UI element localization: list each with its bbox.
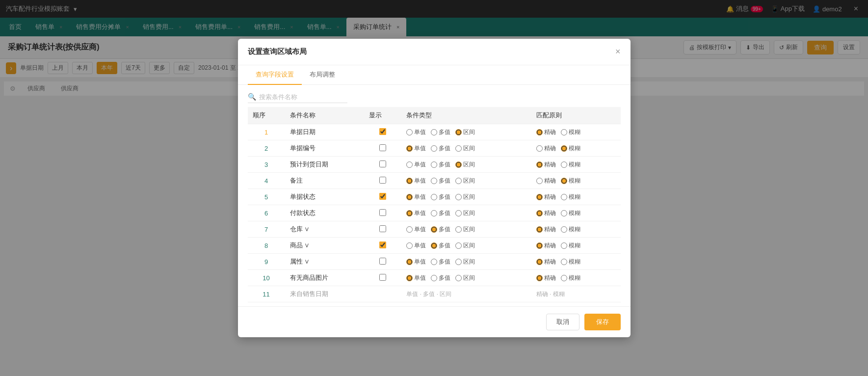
radio-match-模糊[interactable] [561, 210, 567, 216]
radio-type-多值[interactable] [431, 145, 437, 152]
row-condition-name: 有无商品图片 [285, 270, 365, 286]
radio-match-精确[interactable] [536, 259, 543, 265]
row-display-cell [364, 254, 401, 270]
row-display-checkbox[interactable] [379, 225, 386, 232]
radio-type-多值[interactable] [431, 242, 437, 249]
radio-match-模糊[interactable] [561, 178, 567, 184]
radio-type-多值[interactable] [431, 275, 437, 281]
radio-type-多值[interactable] [431, 194, 437, 200]
radio-type-多值[interactable] [431, 259, 437, 265]
modal-tab-layout[interactable]: 布局调整 [302, 65, 343, 85]
radio-match-精确[interactable] [536, 210, 543, 216]
radio-match-模糊[interactable] [561, 259, 567, 265]
row-display-checkbox[interactable] [379, 144, 386, 151]
row-condition-name: 商品 ∨ [285, 238, 365, 254]
radio-match-精确[interactable] [536, 226, 543, 233]
radio-type-单值[interactable] [406, 194, 413, 200]
row-type-cell: 单值多值区间 [401, 270, 531, 286]
radio-type-单值[interactable] [406, 210, 413, 216]
radio-match-模糊[interactable] [561, 129, 567, 135]
radio-type-区间[interactable] [455, 210, 462, 216]
radio-type-多值[interactable] [431, 226, 437, 233]
radio-match-精确[interactable] [536, 242, 543, 249]
row-condition-name: 付款状态 [285, 205, 365, 221]
radio-match-精确[interactable] [536, 161, 543, 168]
radio-type-单值[interactable] [406, 242, 413, 249]
row-type-cell: 单值多值区间 [401, 221, 531, 238]
row-type-cell: 单值多值区间 [401, 238, 531, 254]
radio-type-单值[interactable] [406, 275, 413, 281]
search-input[interactable] [259, 93, 347, 101]
radio-match-精确[interactable] [536, 129, 543, 135]
row-display-checkbox[interactable] [379, 161, 386, 167]
table-row: 2单据编号单值多值区间精确模糊 [248, 140, 621, 157]
radio-type-区间[interactable] [455, 129, 462, 135]
row-match-cell: 精确模糊 [531, 205, 621, 221]
radio-type-区间[interactable] [455, 275, 462, 281]
modal-tab-field-settings[interactable]: 查询字段设置 [248, 65, 302, 85]
radio-type-区间[interactable] [455, 145, 462, 152]
radio-match-精确[interactable] [536, 145, 543, 152]
radio-type-单值[interactable] [406, 129, 413, 135]
row-type-cell: 单值 · 多值 · 区间 [401, 286, 531, 302]
col-header-type: 条件类型 [401, 107, 531, 124]
radio-match-模糊[interactable] [561, 194, 567, 200]
conditions-table: 顺序 条件名称 显示 条件类型 匹配原则 1单据日期单值多值区间精确模糊2单据编… [248, 107, 621, 302]
row-display-checkbox[interactable] [379, 177, 386, 184]
row-match-cell: 精确模糊 [531, 238, 621, 254]
cancel-button[interactable]: 取消 [546, 314, 579, 330]
row-display-checkbox[interactable] [379, 128, 386, 135]
radio-match-精确[interactable] [536, 194, 543, 200]
radio-match-模糊[interactable] [561, 242, 567, 249]
table-row: 7仓库 ∨单值多值区间精确模糊 [248, 221, 621, 238]
radio-type-单值[interactable] [406, 226, 413, 233]
table-row: 9属性 ∨单值多值区间精确模糊 [248, 254, 621, 270]
row-order: 9 [248, 254, 285, 270]
row-display-cell [364, 270, 401, 286]
row-display-cell [364, 173, 401, 189]
radio-type-多值[interactable] [431, 161, 437, 168]
row-condition-name: 预计到货日期 [285, 157, 365, 173]
row-match-cell: 精确模糊 [531, 173, 621, 189]
radio-type-单值[interactable] [406, 161, 413, 168]
row-display-checkbox[interactable] [379, 274, 386, 281]
radio-type-区间[interactable] [455, 178, 462, 184]
row-display-checkbox[interactable] [379, 209, 386, 216]
radio-type-区间[interactable] [455, 242, 462, 249]
row-condition-name: 属性 ∨ [285, 254, 365, 270]
radio-match-精确[interactable] [536, 275, 543, 281]
row-condition-name: 单据编号 [285, 140, 365, 157]
radio-type-区间[interactable] [455, 259, 462, 265]
row-display-checkbox[interactable] [379, 258, 386, 265]
row-match-cell: 精确模糊 [531, 189, 621, 205]
radio-type-多值[interactable] [431, 210, 437, 216]
radio-match-模糊[interactable] [561, 145, 567, 152]
table-row: 5单据状态单值多值区间精确模糊 [248, 189, 621, 205]
radio-type-区间[interactable] [455, 226, 462, 233]
radio-type-单值[interactable] [406, 145, 413, 152]
modal-close-button[interactable]: × [615, 47, 621, 57]
radio-match-模糊[interactable] [561, 161, 567, 168]
modal-tab-layout-label: 布局调整 [310, 71, 335, 78]
row-type-cell: 单值多值区间 [401, 140, 531, 157]
radio-type-多值[interactable] [431, 178, 437, 184]
row-match-cell: 精确模糊 [531, 221, 621, 238]
radio-type-区间[interactable] [455, 161, 462, 168]
modal-title: 设置查询区域布局 [248, 47, 307, 56]
radio-type-区间[interactable] [455, 194, 462, 200]
row-match-cell: 精确模糊 [531, 140, 621, 157]
row-match-cell: 精确模糊 [531, 254, 621, 270]
row-type-cell: 单值多值区间 [401, 157, 531, 173]
row-display-cell [364, 140, 401, 157]
row-display-checkbox[interactable] [379, 193, 386, 200]
row-match-cell: 精确模糊 [531, 270, 621, 286]
radio-type-多值[interactable] [431, 129, 437, 135]
radio-match-精确[interactable] [536, 178, 543, 184]
row-order: 6 [248, 205, 285, 221]
radio-type-单值[interactable] [406, 259, 413, 265]
row-display-checkbox[interactable] [379, 242, 386, 248]
radio-match-模糊[interactable] [561, 226, 567, 233]
radio-type-单值[interactable] [406, 178, 413, 184]
save-button[interactable]: 保存 [584, 314, 621, 330]
radio-match-模糊[interactable] [561, 275, 567, 281]
